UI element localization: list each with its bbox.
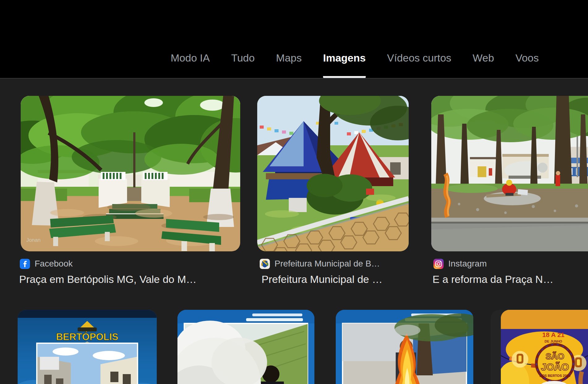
result-1-title[interactable]: Praça em Bertópolis MG, Vale do M… [19,273,197,285]
tab-imagens[interactable]: Imagens [323,51,366,78]
bertopolis-paving-graphic: BERTÓPOLIS [18,310,157,384]
tab-voos[interactable]: Voos [515,51,539,78]
google-images-results-page: Modo IA Tudo Maps Imagens Vídeos curtos … [0,0,588,384]
festival-tents-photo [257,96,409,251]
sao-joao-poster: 18 A 21 DE JUNHO SÃO JOÃO DOS BERTOS 202… [501,310,588,384]
svg-text:18 A 21: 18 A 21 [542,331,565,338]
result-7-image-card[interactable]: 18 A 21 DE JUNHO SÃO JOÃO DOS BERTOS 202… [501,310,588,384]
tab-tudo[interactable]: Tudo [231,51,255,78]
source-label: Instagram [448,259,487,269]
result-1-source[interactable]: Facebook [20,258,73,269]
instagram-icon [433,259,444,269]
svg-text:JOÃO: JOÃO [541,361,569,373]
result-4-image-card[interactable]: BERTÓPOLIS [18,310,157,384]
result-2-title[interactable]: Prefeitura Municipal de … [262,273,382,285]
tab-videos-curtos[interactable]: Vídeos curtos [387,51,451,78]
result-2-image-card[interactable] [257,96,409,251]
svg-text:DE JUNHO: DE JUNHO [545,339,562,343]
street-renovation-photo [431,96,588,251]
result-3-image-card[interactable] [431,96,588,251]
result-5-image-card[interactable] [177,310,314,384]
source-label: Facebook [35,259,73,269]
result-1-image-card[interactable]: Jonan [21,96,240,251]
source-label: Prefeitura Municipal de B… [275,259,380,269]
svg-text:Jonan: Jonan [26,237,40,243]
tab-web[interactable]: Web [473,51,494,78]
smoke-plume-photo [177,310,314,384]
search-header: Modo IA Tudo Maps Imagens Vídeos curtos … [0,0,588,79]
fire-photo [336,310,473,384]
result-3-source[interactable]: Instagram [433,258,487,269]
tab-maps[interactable]: Maps [276,51,302,78]
facebook-icon [20,259,30,269]
municipal-crest-icon [260,259,270,269]
tab-modo-ia[interactable]: Modo IA [171,51,210,78]
result-6-image-card[interactable] [336,310,473,384]
park-plaza-photo: Jonan [21,96,240,251]
result-3-title[interactable]: E a reforma da Praça N… [432,273,553,285]
search-result-tabs: Modo IA Tudo Maps Imagens Vídeos curtos … [171,51,539,78]
svg-text:DOS BERTOS 2020: DOS BERTOS 2020 [539,374,570,378]
svg-text:BERTÓPOLIS: BERTÓPOLIS [56,331,118,342]
result-2-source[interactable]: Prefeitura Municipal de B… [260,258,380,269]
svg-text:SÃO: SÃO [546,352,565,361]
